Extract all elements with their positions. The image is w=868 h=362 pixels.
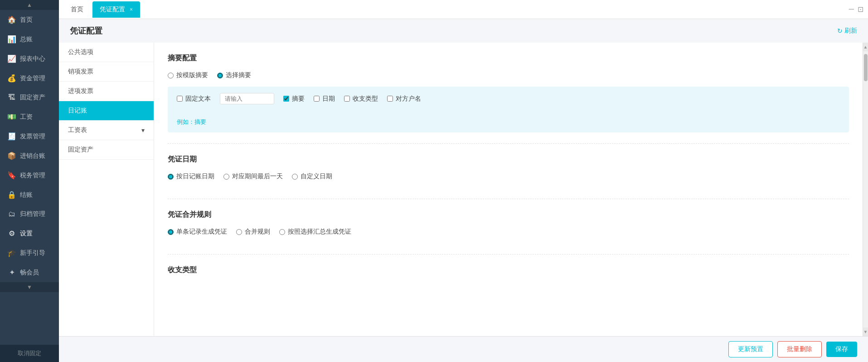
tab-voucher-config[interactable]: 凭证配置 × [92, 1, 140, 18]
sidebar-item-member[interactable]: ✦ 畅会员 [0, 263, 59, 282]
radio-merge-label: 合并规则 [245, 228, 270, 236]
checkbox-income-type-input[interactable] [344, 96, 350, 102]
sidebar-item-purchase[interactable]: 📦 进销台账 [0, 146, 59, 166]
tab-bar-right: ─ ⊡ [849, 5, 863, 14]
summary-options-panel: 固定文本 摘要 日期 收支类型 [168, 87, 849, 132]
sidebar-item-settings[interactable]: ⚙ 设置 [0, 224, 59, 243]
sidebar-footer-label: 取消固定 [18, 350, 41, 357]
checkbox-counterpart-input[interactable] [387, 96, 393, 102]
sidebar-scroll-up[interactable]: ▲ [0, 0, 59, 10]
nav-payroll[interactable]: 工资表 ▾ [59, 121, 154, 140]
sidebar-label-purchase: 进销台账 [20, 152, 45, 160]
radio-template-input[interactable] [168, 73, 174, 78]
radio-single[interactable]: 单条记录生成凭证 [168, 228, 227, 236]
window-maximize-icon[interactable]: ⊡ [858, 5, 863, 14]
radio-merge[interactable]: 合并规则 [236, 228, 270, 236]
save-button[interactable]: 保存 [826, 342, 857, 357]
tab-close-icon[interactable]: × [130, 6, 133, 13]
checkbox-counterpart[interactable]: 对方户名 [387, 95, 421, 103]
sidebar-item-funds[interactable]: 💰 资金管理 [0, 68, 59, 88]
sidebar-item-reports[interactable]: 📈 报表中心 [0, 49, 59, 68]
nav-public-label: 公共选项 [68, 48, 93, 56]
fixed-text-input[interactable] [220, 93, 274, 104]
nav-fixed-assets-label: 固定资产 [68, 146, 93, 154]
sidebar-label-ledger: 总账 [20, 35, 33, 44]
scroll-up-arrow[interactable]: ▲ [863, 43, 868, 51]
radio-custom-date-input[interactable] [292, 174, 298, 180]
sidebar-item-invoice[interactable]: 🧾 发票管理 [0, 127, 59, 146]
sidebar-label-home: 首页 [20, 16, 33, 24]
ledger-icon: 📊 [7, 35, 16, 44]
sidebar-label-archive: 归档管理 [20, 210, 45, 218]
refresh-icon: ↻ [837, 27, 843, 34]
vertical-scrollbar[interactable]: ▲ ▼ [863, 43, 868, 336]
checkbox-date-input[interactable] [314, 96, 320, 102]
nav-sales[interactable]: 销项发票 [59, 62, 154, 82]
tab-home[interactable]: 首页 [63, 1, 91, 18]
radio-select-merge[interactable]: 按照选择汇总生成凭证 [279, 228, 351, 236]
tab-home-label: 首页 [71, 5, 83, 14]
sidebar-item-home[interactable]: 🏠 首页 [0, 10, 59, 29]
purchase-icon: 📦 [7, 152, 16, 160]
checkbox-summary[interactable]: 摘要 [283, 95, 305, 103]
guide-icon: 🎓 [7, 249, 16, 257]
nav-payroll-arrow: ▾ [141, 127, 145, 134]
voucher-date-title: 凭证日期 [168, 155, 849, 164]
scroll-down-arrow[interactable]: ▼ [863, 328, 868, 336]
sidebar-label-payroll: 工资 [20, 113, 33, 121]
sidebar-label-funds: 资金管理 [20, 74, 45, 83]
checkbox-date[interactable]: 日期 [314, 95, 335, 103]
window-minimize-icon[interactable]: ─ [849, 5, 854, 14]
checkbox-fixed-text[interactable]: 固定文本 [177, 95, 211, 103]
left-nav: 公共选项 销项发票 进项发票 日记账 工资表 ▾ 固定资产 [59, 43, 154, 336]
radio-select-input[interactable] [217, 73, 223, 78]
sidebar-item-guide[interactable]: 🎓 新手引导 [0, 243, 59, 263]
sidebar-item-tax[interactable]: 🔖 税务管理 [0, 166, 59, 185]
page-title: 凭证配置 [70, 25, 102, 36]
sidebar-item-closing[interactable]: 🔒 结账 [0, 185, 59, 205]
radio-journal-date-label: 按日记账日期 [176, 172, 214, 181]
radio-custom-date[interactable]: 自定义日期 [292, 172, 332, 181]
sidebar-scroll-down[interactable]: ▼ [0, 282, 59, 292]
radio-select-merge-input[interactable] [279, 229, 285, 235]
tab-active-label: 凭证配置 [100, 5, 125, 14]
radio-journal-date[interactable]: 按日记账日期 [168, 172, 214, 181]
archive-icon: 🗂 [7, 210, 16, 218]
radio-select-summary[interactable]: 选择摘要 [217, 71, 251, 79]
radio-journal-date-input[interactable] [168, 174, 174, 180]
nav-public[interactable]: 公共选项 [59, 43, 154, 62]
summary-title: 摘要配置 [168, 54, 849, 63]
sidebar-label-invoice: 发票管理 [20, 132, 45, 141]
checkbox-income-type[interactable]: 收支类型 [344, 95, 378, 103]
page-header: 凭证配置 ↻ 刷新 [59, 19, 868, 43]
refresh-button[interactable]: ↻ 刷新 [837, 27, 857, 35]
radio-period-last-input[interactable] [223, 174, 229, 180]
payroll-icon: 💵 [7, 113, 16, 121]
radio-merge-input[interactable] [236, 229, 242, 235]
sidebar-item-assets[interactable]: 🏗 固定资产 [0, 88, 59, 107]
nav-fixed-assets[interactable]: 固定资产 [59, 140, 154, 160]
sidebar-footer[interactable]: 取消固定 [0, 345, 59, 362]
checkbox-fixed-text-input[interactable] [177, 96, 183, 102]
nav-sales-label: 销项发票 [68, 68, 93, 76]
section-summary: 摘要配置 按模版摘要 选择摘要 固定文本 [168, 43, 849, 144]
nav-journal[interactable]: 日记账 [59, 101, 154, 121]
sidebar-item-ledger[interactable]: 📊 总账 [0, 29, 59, 49]
scroll-thumb[interactable] [864, 54, 868, 81]
sidebar-label-member: 畅会员 [20, 269, 39, 277]
radio-template-summary[interactable]: 按模版摘要 [168, 71, 208, 79]
nav-purchase[interactable]: 进项发票 [59, 82, 154, 101]
section-merge-rule: 凭证合并规则 单条记录生成凭证 合并规则 按照选择汇总生成凭证 [168, 199, 849, 254]
checkbox-counterpart-label: 对方户名 [396, 95, 421, 103]
radio-period-last-label: 对应期间最后一天 [232, 172, 283, 181]
main-area: 首页 凭证配置 × ─ ⊡ 凭证配置 ↻ 刷新 公共选项 销项发票 进 [59, 0, 868, 362]
checkbox-summary-input[interactable] [283, 96, 289, 102]
sidebar-item-payroll[interactable]: 💵 工资 [0, 107, 59, 127]
batch-delete-button[interactable]: 批量删除 [777, 341, 822, 357]
update-preview-button[interactable]: 更新预置 [728, 341, 773, 357]
sidebar-item-archive[interactable]: 🗂 归档管理 [0, 205, 59, 224]
voucher-date-radio-group: 按日记账日期 对应期间最后一天 自定义日期 [168, 172, 849, 181]
nav-journal-label: 日记账 [68, 107, 87, 115]
radio-single-input[interactable] [168, 229, 174, 235]
radio-period-last[interactable]: 对应期间最后一天 [223, 172, 283, 181]
